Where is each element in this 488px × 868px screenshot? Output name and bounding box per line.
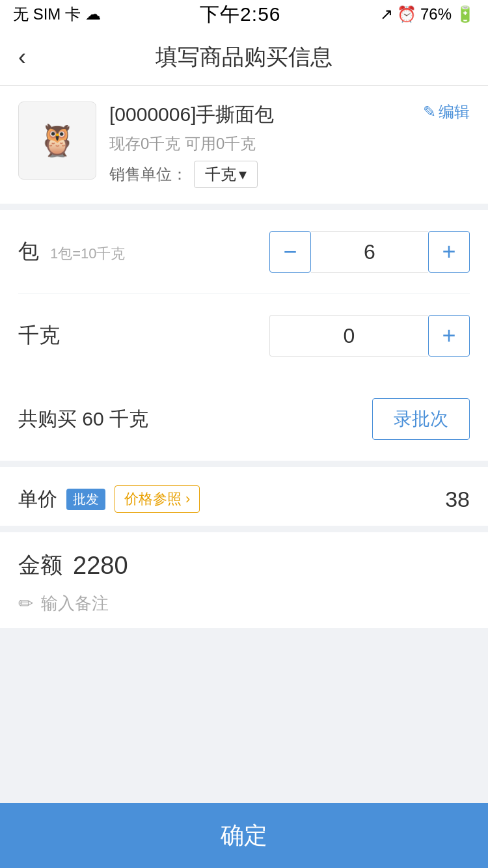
- price-left: 单价 批发 价格参照 ›: [18, 485, 200, 513]
- bag-quantity-control: − +: [269, 231, 470, 273]
- status-time: 下午2:56: [200, 1, 280, 28]
- kg-input-row: 千克 +: [18, 294, 470, 377]
- back-button[interactable]: ‹: [18, 44, 26, 71]
- price-value: 38: [445, 487, 470, 512]
- chevron-down-icon: ▾: [239, 165, 247, 183]
- kg-quantity-control: +: [269, 315, 470, 357]
- amount-value: 2280: [73, 552, 128, 580]
- page-title: 填写商品购买信息: [156, 42, 332, 72]
- product-image: 🦉: [18, 102, 96, 180]
- sim-status: 无 SIM 卡 ☁: [13, 4, 101, 25]
- summary-text: 共购买 60 千克: [18, 406, 148, 433]
- unit-label: 销售单位：: [109, 164, 187, 185]
- unit-value: 千克: [205, 164, 236, 185]
- product-card: 🦉 [0000006]手撕面包 ✎ 编辑 现存0千克 可用0千克 销售单位： 千…: [0, 86, 488, 210]
- nav-bar: ‹ 填写商品购买信息: [0, 29, 488, 86]
- battery-icon: 🔋: [455, 5, 475, 23]
- input-section: 包 1包=10千克 − + 千克 +: [0, 210, 488, 377]
- summary-row: 共购买 60 千克 录批次: [0, 377, 488, 467]
- empty-area: [0, 628, 488, 810]
- product-info: [0000006]手撕面包 ✎ 编辑 现存0千克 可用0千克 销售单位： 千克 …: [109, 102, 470, 188]
- status-right: ↗ ⏰ 76% 🔋: [380, 5, 475, 23]
- edit-icon: ✎: [423, 103, 436, 121]
- status-left: 无 SIM 卡 ☁: [13, 4, 101, 25]
- amount-row: 金额 2280: [18, 550, 470, 580]
- product-name: [0000006]手撕面包: [109, 102, 423, 128]
- bag-input-row: 包 1包=10千克 − +: [18, 210, 470, 294]
- pencil-icon: ✏: [18, 593, 33, 614]
- price-ref-button[interactable]: 价格参照 ›: [115, 485, 200, 513]
- unit-select[interactable]: 千克 ▾: [194, 161, 258, 188]
- page-content: 🦉 [0000006]手撕面包 ✎ 编辑 现存0千克 可用0千克 销售单位： 千…: [0, 86, 488, 868]
- edit-label: 编辑: [439, 102, 470, 122]
- edit-button[interactable]: ✎ 编辑: [423, 102, 470, 122]
- alarm-icon: ⏰: [397, 5, 416, 23]
- remark-row[interactable]: ✏ 输入备注: [18, 592, 470, 615]
- confirm-button[interactable]: 确定: [0, 803, 488, 868]
- price-section: 单价 批发 价格参照 › 38: [0, 467, 488, 532]
- batch-button[interactable]: 录批次: [372, 398, 470, 440]
- kg-plus-button[interactable]: +: [428, 315, 470, 357]
- price-tag-pifa: 批发: [66, 489, 105, 510]
- kg-quantity-input[interactable]: [269, 315, 428, 357]
- amount-label: 金额: [18, 550, 62, 580]
- bag-sub-label: 1包=10千克: [50, 245, 126, 262]
- amount-section: 金额 2280 ✏ 输入备注: [0, 532, 488, 628]
- location-icon: ↗: [380, 5, 393, 23]
- remark-placeholder: 输入备注: [41, 592, 109, 615]
- status-bar: 无 SIM 卡 ☁ 下午2:56 ↗ ⏰ 76% 🔋: [0, 0, 488, 29]
- bag-minus-button[interactable]: −: [269, 231, 311, 273]
- kg-label: 千克: [18, 321, 269, 350]
- product-thumbnail-icon: 🦉: [38, 122, 77, 159]
- price-label: 单价: [18, 486, 57, 513]
- product-stock: 现存0千克 可用0千克: [109, 133, 470, 154]
- product-top-row: [0000006]手撕面包 ✎ 编辑: [109, 102, 470, 128]
- bag-quantity-input[interactable]: [311, 231, 428, 273]
- bag-plus-button[interactable]: +: [428, 231, 470, 273]
- bag-label: 包 1包=10千克: [18, 237, 269, 266]
- battery-text: 76%: [420, 5, 452, 23]
- product-unit-row: 销售单位： 千克 ▾: [109, 161, 470, 188]
